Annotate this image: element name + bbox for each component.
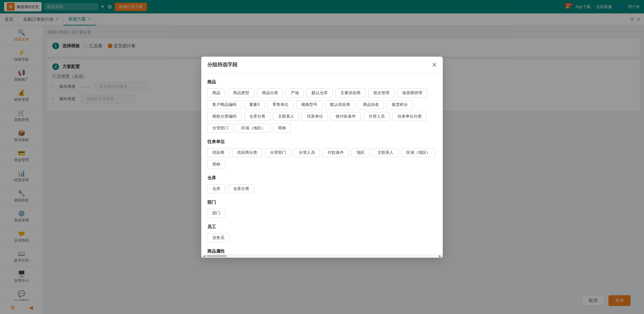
tag-warehouse-name[interactable]: 仓库 bbox=[207, 184, 225, 193]
tag-goods-mgrdept[interactable]: 分管部门 bbox=[207, 124, 233, 133]
tag-goods-taxcode[interactable]: 税收分类编码 bbox=[207, 112, 241, 121]
tag-partner-contact[interactable]: 主联系人 bbox=[372, 148, 398, 157]
section-warehouse-title: 仓库 bbox=[207, 175, 437, 181]
section-goodsattr: 商品属性 属性 颜色 多规格 尺码 鞋码 1 bbox=[207, 248, 437, 254]
tag-goods-alias[interactable]: 商品别名 bbox=[358, 100, 384, 109]
tag-goods-refinescore[interactable]: 炼货积分 bbox=[387, 100, 413, 109]
tag-goods-spec[interactable]: 规格型号 bbox=[296, 100, 322, 109]
tag-partner-region[interactable]: 地区 bbox=[352, 148, 370, 157]
modal-hscroll[interactable]: ◀ ▶ bbox=[201, 254, 443, 258]
section-dept-title: 部门 bbox=[207, 199, 437, 205]
tag-partner-dept[interactable]: 分管部门 bbox=[265, 148, 291, 157]
tag-partner-payterms[interactable]: 付款条件 bbox=[323, 148, 349, 157]
tag-partner-area[interactable]: 区域（地区） bbox=[401, 148, 435, 157]
section-dept-tags: 部门 bbox=[207, 209, 437, 218]
tag-staff-sales[interactable]: 业务员 bbox=[207, 233, 229, 242]
section-goods-title: 商品 bbox=[207, 79, 437, 85]
tag-partner-supervisor[interactable]: 分管人员 bbox=[294, 148, 320, 157]
tag-goods-defsupplier[interactable]: 默认供应商 bbox=[325, 100, 355, 109]
tag-goods-custcode[interactable]: 客户商品编码 bbox=[207, 100, 241, 109]
tag-goods-tradecate[interactable]: 往来单位分类 bbox=[392, 112, 427, 121]
tag-partner-supplier[interactable]: 供应商 bbox=[207, 148, 229, 157]
tag-goods-batch[interactable]: 批次管理 bbox=[368, 88, 394, 98]
section-warehouse: 仓库 仓库 仓库分类 bbox=[207, 175, 437, 193]
field-select-modal: 分组待选字段 ✕ 商品 商品 商品类型 商品分类 产地 默认仓库 主要供应商 批… bbox=[201, 57, 443, 258]
tag-goods-item[interactable]: 商品 bbox=[207, 88, 225, 98]
tag-warehouse-cat[interactable]: 仓库分类 bbox=[228, 184, 254, 193]
modal-title: 分组待选字段 bbox=[207, 62, 237, 68]
tag-goods-weight[interactable]: 重量3 bbox=[244, 100, 265, 109]
section-goods-tags: 商品 商品类型 商品分类 产地 默认仓库 主要供应商 批次管理 保质期管理 客户… bbox=[207, 88, 437, 133]
tag-partner-suppliercat[interactable]: 供应商分类 bbox=[232, 148, 262, 157]
tag-goods-retailunit[interactable]: 零售单位 bbox=[267, 100, 293, 109]
tag-goods-storecate[interactable]: 仓库分类 bbox=[244, 112, 270, 121]
hscroll-thumb[interactable] bbox=[207, 255, 227, 257]
tag-goods-region[interactable]: 区域（地区） bbox=[236, 124, 270, 133]
section-staff: 员工 业务员 bbox=[207, 224, 437, 242]
modal-close-button[interactable]: ✕ bbox=[432, 61, 437, 69]
tag-goods-abbr[interactable]: 简称 bbox=[273, 124, 291, 133]
section-dept: 部门 部门 bbox=[207, 199, 437, 218]
tag-goods-type[interactable]: 商品类型 bbox=[228, 88, 254, 98]
modal-overlay[interactable]: 分组待选字段 ✕ 商品 商品 商品类型 商品分类 产地 默认仓库 主要供应商 批… bbox=[0, 0, 644, 314]
tag-goods-payterms[interactable]: 收付款条件 bbox=[331, 112, 361, 121]
tag-partner-abbr[interactable]: 简称 bbox=[207, 160, 225, 169]
section-goods: 商品 商品 商品类型 商品分类 产地 默认仓库 主要供应商 批次管理 保质期管理… bbox=[207, 79, 437, 133]
section-goodsattr-title: 商品属性 bbox=[207, 248, 437, 254]
tag-goods-expiry[interactable]: 保质期管理 bbox=[397, 88, 427, 98]
tag-goods-supervisor[interactable]: 分管人员 bbox=[364, 112, 390, 121]
section-partner-title: 往来单位 bbox=[207, 139, 437, 145]
section-partner: 往来单位 供应商 供应商分类 分管部门 分管人员 付款条件 地区 主联系人 区域… bbox=[207, 139, 437, 169]
modal-body: 商品 商品 商品类型 商品分类 产地 默认仓库 主要供应商 批次管理 保质期管理… bbox=[201, 74, 443, 254]
modal-header: 分组待选字段 ✕ bbox=[201, 57, 443, 74]
section-staff-tags: 业务员 bbox=[207, 233, 437, 242]
tag-goods-maincontact[interactable]: 主联系人 bbox=[273, 112, 299, 121]
tag-goods-category[interactable]: 商品分类 bbox=[257, 88, 283, 98]
section-partner-tags: 供应商 供应商分类 分管部门 分管人员 付款条件 地区 主联系人 区域（地区） … bbox=[207, 148, 437, 169]
tag-dept-name[interactable]: 部门 bbox=[207, 209, 225, 218]
section-warehouse-tags: 仓库 仓库分类 bbox=[207, 184, 437, 193]
tag-goods-settle[interactable]: 结算单位 bbox=[302, 112, 328, 121]
tag-goods-supplier[interactable]: 主要供应商 bbox=[335, 88, 366, 98]
section-staff-title: 员工 bbox=[207, 224, 437, 230]
tag-goods-origin[interactable]: 产地 bbox=[286, 88, 304, 98]
tag-goods-warehouse[interactable]: 默认仓库 bbox=[307, 88, 333, 98]
